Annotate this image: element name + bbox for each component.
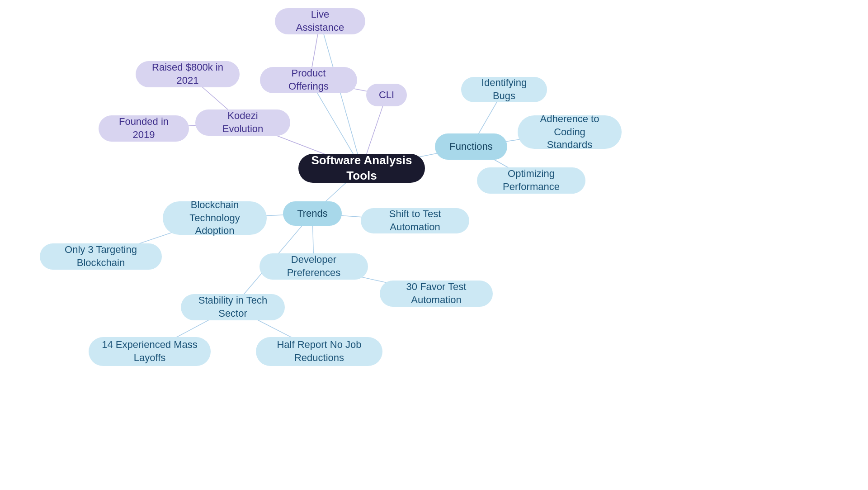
optimizing-label: Optimizing Performance — [490, 167, 573, 193]
kodezi-evolution-node: Kodezi Evolution — [195, 109, 290, 136]
founded-label: Founded in 2019 — [111, 115, 176, 141]
identifying-bugs-label: Identifying Bugs — [474, 76, 534, 102]
cli-label: CLI — [379, 89, 394, 102]
shift-automation-node: Shift to Test Automation — [361, 208, 469, 233]
mass-layoffs-node: 14 Experienced Mass Layoffs — [89, 337, 211, 366]
live-assistance-node: Live Assistance — [275, 8, 365, 34]
founded-node: Founded in 2019 — [99, 115, 189, 142]
adherence-node: Adherence to Coding Standards — [518, 115, 622, 149]
blockchain-adoption-label: Blockchain Technology Adoption — [175, 199, 254, 238]
raised-node: Raised $800k in 2021 — [136, 61, 240, 87]
center-label: Software Analysis Tools — [311, 153, 412, 184]
kodezi-evolution-label: Kodezi Evolution — [208, 109, 278, 135]
product-offerings-node: Product Offerings — [260, 67, 357, 93]
identifying-bugs-node: Identifying Bugs — [461, 77, 547, 102]
center-node: Software Analysis Tools — [298, 154, 425, 183]
blockchain-adoption-node: Blockchain Technology Adoption — [163, 201, 267, 235]
developer-prefs-node: Developer Preferences — [259, 253, 368, 280]
shift-automation-label: Shift to Test Automation — [373, 208, 457, 233]
optimizing-node: Optimizing Performance — [477, 167, 585, 194]
cli-node: CLI — [366, 84, 407, 106]
no-reductions-node: Half Report No Job Reductions — [256, 337, 382, 366]
adherence-label: Adherence to Coding Standards — [530, 113, 609, 152]
trends-node: Trends — [283, 201, 342, 226]
mass-layoffs-label: 14 Experienced Mass Layoffs — [101, 338, 198, 364]
stability-label: Stability in Tech Sector — [193, 294, 272, 320]
product-offerings-label: Product Offerings — [273, 67, 344, 93]
functions-node: Functions — [435, 133, 507, 160]
functions-label: Functions — [449, 140, 492, 153]
live-assistance-label: Live Assistance — [288, 8, 353, 34]
raised-label: Raised $800k in 2021 — [148, 61, 227, 87]
svg-line-0 — [320, 21, 362, 168]
no-reductions-label: Half Report No Job Reductions — [269, 338, 370, 364]
only3-node: Only 3 Targeting Blockchain — [40, 243, 162, 270]
trends-label: Trends — [297, 207, 328, 220]
only3-label: Only 3 Targeting Blockchain — [52, 243, 149, 269]
30-favor-node: 30 Favor Test Automation — [380, 281, 493, 307]
30-favor-label: 30 Favor Test Automation — [392, 281, 480, 306]
developer-prefs-label: Developer Preferences — [272, 253, 355, 279]
stability-node: Stability in Tech Sector — [181, 294, 285, 320]
